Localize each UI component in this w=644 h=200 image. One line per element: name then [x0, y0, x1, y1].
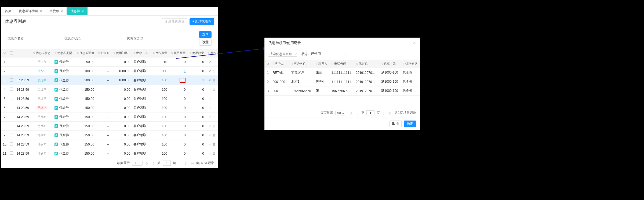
modal-page-input[interactable]	[366, 110, 374, 115]
table-row[interactable]: 714 23:59待发布代代金券150.00--0.00客户领取10000↗⊞	[1, 112, 218, 122]
col-header[interactable]: ⇅优惠主题	[380, 60, 401, 68]
row-checkbox[interactable]	[10, 115, 13, 118]
row-checkbox[interactable]	[10, 142, 13, 146]
col-header[interactable]: ⇅优惠码	[354, 60, 380, 68]
table-row[interactable]: 414 23:59已过期代代金券150.00--0.00客户领取10000↗⊞	[1, 85, 218, 94]
table-row[interactable]: 1待执行代代金券50.00--0.00客户领取1000↗⊞	[1, 57, 218, 67]
last-page-icon[interactable]: ⟩⟩	[388, 111, 392, 115]
row-checkbox[interactable]	[10, 69, 13, 72]
use-count-link[interactable]: 1	[202, 78, 204, 82]
search-icon[interactable]: ⌕	[295, 52, 297, 56]
qr-icon[interactable]: ⊞	[213, 152, 215, 155]
add-coupon-button[interactable]: + 新增优惠券	[190, 18, 214, 25]
tab-优惠券详情页[interactable]: 优惠券详情页✕	[15, 7, 46, 15]
table-row[interactable]: 514 23:59已过期代代金券150.00--0.00客户领取10000↗⊞	[1, 94, 218, 103]
close-icon[interactable]: ✕	[413, 41, 416, 45]
qr-icon[interactable]: ⊞	[213, 97, 215, 101]
close-icon[interactable]: ✕	[61, 10, 63, 13]
qr-icon[interactable]: ⊞	[213, 124, 215, 128]
filter-name-input[interactable]	[26, 36, 58, 41]
modal-per-page-select[interactable]: 50 ⌄	[335, 111, 346, 115]
col-header[interactable]: ⇅发行数量	[150, 49, 169, 57]
row-checkbox[interactable]	[10, 97, 13, 100]
modal-status-select[interactable]: 已使用⌄	[310, 51, 348, 57]
pagination-total: 共1页, 49条记录	[191, 161, 214, 165]
row-checkbox[interactable]	[10, 133, 13, 136]
coupon-table: ⚙⇅优惠券状态⇅优惠券类型⇅优惠券面值⇅折扣%⇅使用门槛...⇅发放方式⇅发行数…	[1, 49, 218, 158]
share-icon[interactable]: ↗	[208, 69, 211, 73]
claim-count-link[interactable]: 3	[182, 78, 184, 82]
qr-icon[interactable]: ⊞	[213, 69, 215, 73]
confirm-button[interactable]: 确定	[404, 121, 416, 127]
table-row[interactable]: 814 23:59待发布代代金券150.00--0.00客户领取10000↗⊞	[1, 122, 218, 131]
last-page-icon[interactable]: ⟩⟩	[184, 161, 189, 165]
share-icon[interactable]: ↗	[208, 78, 211, 82]
modal-search-input[interactable]	[268, 52, 295, 56]
table-row[interactable]: 307 23:59执行中代代金券200.00--1000.00客户领取10031…	[1, 76, 218, 85]
col-header[interactable]: ⇅操作	[206, 49, 218, 57]
row-checkbox[interactable]	[10, 78, 13, 82]
row-checkbox[interactable]	[10, 106, 13, 109]
filter-type-select[interactable]: ⌄	[145, 36, 183, 41]
share-icon[interactable]: ↗	[208, 60, 211, 64]
col-header[interactable]: ⇅优惠券状态	[31, 49, 53, 57]
qr-icon[interactable]: ⊞	[213, 115, 215, 119]
qr-icon[interactable]: ⊞	[213, 143, 215, 146]
tab-销货单[interactable]: 销货单✕	[46, 7, 67, 15]
share-icon: ↗	[208, 106, 211, 110]
tab-优惠券[interactable]: 优惠券✕	[67, 7, 88, 15]
first-page-icon[interactable]: ⟨⟨	[348, 111, 353, 115]
search-button[interactable]: 查询	[199, 31, 212, 38]
row-checkbox[interactable]	[10, 124, 13, 127]
row-checkbox[interactable]	[10, 60, 13, 63]
col-header[interactable]: ⇅客户...	[271, 60, 290, 68]
col-header[interactable]: ⇅领用数量	[169, 49, 187, 57]
modal-search[interactable]: ⌕	[268, 52, 297, 57]
table-row[interactable]: 1RETAIL...零散客户张三111111111112019120701...…	[265, 68, 420, 77]
gear-icon[interactable]: ⚙	[267, 62, 269, 65]
next-page-icon[interactable]: ⟩	[382, 111, 385, 115]
gear-icon[interactable]: ⚙	[3, 51, 6, 54]
col-header[interactable]: ⇅联系人	[314, 60, 330, 68]
prev-page-icon[interactable]: ⟨	[152, 161, 155, 165]
qr-icon[interactable]: ⊞	[213, 106, 215, 110]
qr-icon[interactable]: ⊞	[213, 88, 215, 92]
per-page-select[interactable]: 50 ⌄	[132, 161, 143, 166]
page-input[interactable]	[163, 161, 171, 166]
close-icon[interactable]: ✕	[82, 10, 84, 13]
table-row[interactable]: 3000117666666666张156 6666 6...2019120701…	[265, 86, 420, 96]
claim-count-link[interactable]: 1	[184, 69, 186, 73]
checkbox-all[interactable]	[10, 51, 13, 54]
first-page-icon[interactable]: ⟨⟨	[145, 161, 150, 165]
row-checkbox[interactable]	[10, 151, 13, 155]
qr-icon[interactable]: ⊞	[213, 78, 215, 82]
close-icon[interactable]: ✕	[40, 10, 42, 13]
settings-button[interactable]: 设置	[199, 39, 212, 46]
col-header[interactable]: ⇅电话号码	[330, 60, 354, 68]
col-header[interactable]: ⇅使用数量	[187, 49, 206, 57]
table-row[interactable]: 614 23:59已终止代代金券150.00--0.00客户领取10000↗⊞	[1, 103, 218, 112]
status-badge: 执行中	[37, 69, 48, 73]
cancel-button[interactable]: 取消	[389, 121, 402, 127]
table-row[interactable]: 2执行中代代金券100.00--1000.00客户领取100010↗⊞	[1, 67, 218, 76]
table-row[interactable]: 1014 23:59待发布代代金券150.00--0.00客户领取10000↗⊞	[1, 140, 218, 149]
col-header[interactable]: ⇅使用门槛...	[111, 49, 132, 57]
qr-icon[interactable]: ⊞	[213, 60, 215, 64]
col-header[interactable]: ⇅优惠券面值	[74, 49, 96, 57]
table-row[interactable]: 200010001北京1唐先生111111111112019120701...满…	[265, 77, 420, 86]
col-header[interactable]: ⇅客户名称	[290, 60, 314, 68]
modal-title: 优惠券领用/使用记录	[268, 41, 301, 45]
qr-icon[interactable]: ⊞	[213, 133, 215, 137]
col-header[interactable]: ⇅优惠券类型	[53, 49, 74, 57]
col-header[interactable]: ⇅优惠券类	[401, 60, 420, 68]
issue-coupon-button[interactable]: ⊕发放优惠券	[162, 18, 187, 25]
col-header[interactable]: ⇅折扣%	[96, 49, 111, 57]
table-row[interactable]: 1114 23:59待发布代代金券150.00--0.00客户领取10000↗⊞	[1, 149, 218, 158]
table-row[interactable]: 914 23:59待发布代代金券150.00--0.00客户领取10000↗⊞	[1, 131, 218, 140]
tab-首页[interactable]: 首页	[1, 7, 15, 15]
next-page-icon[interactable]: ⟩	[178, 161, 182, 165]
filter-status-select[interactable]: ⌄	[83, 36, 120, 41]
row-checkbox[interactable]	[10, 88, 13, 91]
col-header[interactable]: ⇅发放方式	[132, 49, 150, 57]
prev-page-icon[interactable]: ⟨	[355, 111, 359, 115]
